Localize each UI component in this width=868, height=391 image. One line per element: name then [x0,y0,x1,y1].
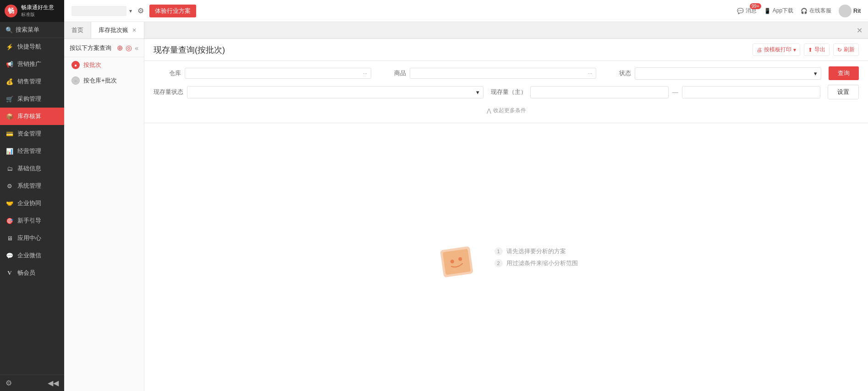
nav-label-system: 系统管理 [17,182,41,190]
query-button[interactable]: 查询 [829,66,859,80]
enterprise-collab-icon: 🤝 [5,199,14,207]
scheme-item-by-batch[interactable]: ● 按批次 [64,57,144,73]
inventory-qty-max[interactable] [682,86,820,98]
tab-close-icon[interactable]: ✕ [132,27,137,33]
message-badge: 99+ [750,3,761,9]
sidebar: 畅 畅康通好生意 标准版 🔍 搜索菜单 ⚡ 快捷导航 📢 营销推广 💰 销售管理… [0,0,64,391]
sidebar-item-enterprise-wechat[interactable]: 💬 企业微信 [0,247,64,264]
sidebar-search-label: 搜索菜单 [16,26,39,34]
topbar-dropdown-icon[interactable]: ▾ [129,8,132,14]
topbar-right: 💬 消息 99+ 📱 App下载 🎧 在线客服 Rit [737,5,861,17]
scheme-item-by-warehouse-batch[interactable]: ○ 按仓库+批次 [64,73,144,88]
topbar-gear-icon[interactable]: ⚙ [137,6,144,15]
empty-svg [435,234,485,285]
tip-text-2: 用过滤条件来缩小分析范围 [506,259,578,267]
app-logo: 畅 [5,5,17,17]
warehouse-input[interactable]: ··· [185,68,371,79]
enterprise-wechat-icon: 💬 [5,251,14,260]
sidebar-item-purchase[interactable]: 🛒 采购管理 [0,90,64,108]
tip-item-1: 1 请先选择要分析的方案 [494,247,578,255]
sidebar-item-basics[interactable]: 🗂 基础信息 [0,160,64,177]
settings-button[interactable]: 设置 [828,85,859,99]
status-label: 状态 [604,69,631,77]
sidebar-item-inventory[interactable]: 📦 库存核算 [0,108,64,125]
print-label: 按模板打印 [764,46,791,54]
filter-area: 仓库 ··· 商品 ··· 状态 [144,61,868,123]
product-more[interactable]: ··· [588,71,592,76]
collapse-panel-icon[interactable]: « [135,44,138,52]
status-field: 状态 ▾ [604,67,821,80]
nav-label-finance: 资金管理 [17,130,41,138]
warehouse-label: 仓库 [154,69,181,77]
nav-label-inventory: 库存核算 [17,112,41,120]
sidebar-item-enterprise-collab[interactable]: 🤝 企业协同 [0,195,64,212]
sidebar-item-finance[interactable]: 💳 资金管理 [0,125,64,142]
sidebar-item-app-center[interactable]: 🖥 应用中心 [0,229,64,247]
print-dropdown-icon[interactable]: ▾ [793,47,796,53]
app-download-button[interactable]: 📱 App下载 [764,7,793,15]
inventory-qty-label: 现存量（主） [491,88,527,96]
empty-illustration [435,234,481,280]
print-button[interactable]: 🖨 按模板打印 ▾ [753,43,800,56]
export-icon: ⬆ [808,47,813,53]
filter-row-1: 仓库 ··· 商品 ··· 状态 [154,66,859,80]
sidebar-search[interactable]: 🔍 搜索菜单 [0,22,64,38]
app-center-icon: 🖥 [5,234,14,242]
scheme-settings-icon[interactable]: ◎ [126,43,132,52]
left-panel-actions: ⊕ ◎ « [117,43,138,52]
topbar-search-input[interactable] [71,6,126,16]
topbar-search-area: ▾ [71,6,132,16]
nav-label-sales: 销售管理 [17,77,41,86]
sidebar-item-sales[interactable]: 💰 销售管理 [0,73,64,90]
sidebar-item-operations[interactable]: 📊 经营管理 [0,142,64,160]
svg-rect-1 [442,249,470,275]
status-select[interactable]: ▾ [635,67,821,80]
settings-icon[interactable]: ⚙ [5,379,12,387]
app-download-label: App下载 [773,7,793,15]
export-button[interactable]: ⬆ 导出 [804,43,830,56]
search-icon: 🔍 [5,27,13,33]
user-menu[interactable]: Rit [839,5,861,17]
message-button[interactable]: 💬 消息 99+ [737,7,757,15]
operations-icon: 📊 [5,147,14,155]
collapse-sidebar-icon[interactable]: ◀◀ [48,379,59,387]
range-separator: — [672,89,678,96]
marketing-icon: 📢 [5,60,14,68]
scheme-label-by-batch: 按批次 [83,61,101,69]
export-label: 导出 [814,46,825,54]
sidebar-item-quick-nav[interactable]: ⚡ 快捷导航 [0,38,64,55]
empty-state: 1 请先选择要分析的方案 2 用过滤条件来缩小分析范围 [144,123,868,391]
sidebar-item-new-guide[interactable]: 🎯 新手引导 [0,212,64,229]
sidebar-item-system[interactable]: ⚙ 系统管理 [0,177,64,195]
tab-inventory-batch[interactable]: 库存批次账 ✕ [91,22,144,38]
system-icon: ⚙ [5,182,14,190]
product-field: 商品 ··· [379,68,596,79]
refresh-button[interactable]: ↻ 刷新 [833,43,859,56]
main-area: ▾ ⚙ 体验行业方案 💬 消息 99+ 📱 App下载 🎧 在线客服 Rit [64,0,868,391]
filter-row-2: 现存量状态 ▾ 现存量（主） — 设置 [154,85,859,99]
online-service-button[interactable]: 🎧 在线客服 [801,7,831,15]
product-label: 商品 [379,69,406,77]
page-header: 现存量查询(按批次) 🖨 按模板打印 ▾ ⬆ 导出 ↻ 刷新 [144,39,868,61]
nav-label-quick-nav: 快捷导航 [17,43,41,51]
vip-icon: V [5,269,14,277]
tab-bar: 首页 库存批次账 ✕ ✕ [64,22,868,39]
sidebar-item-marketing[interactable]: 📢 营销推广 [0,55,64,73]
collapse-filters[interactable]: ⋀ 收起更多条件 [154,104,859,117]
page-content: 按以下方案查询 ⊕ ◎ « ● 按批次 ○ 按仓库+批次 现存量查询(按批次) [64,39,868,391]
warehouse-more[interactable]: ··· [363,71,367,76]
add-scheme-icon[interactable]: ⊕ [117,43,123,52]
nav-label-enterprise-wechat: 企业微信 [17,251,41,260]
tab-close-all-icon[interactable]: ✕ [851,26,868,35]
nav-label-vip: 畅会员 [17,269,35,277]
refresh-label: 刷新 [844,46,855,54]
inventory-status-select[interactable]: ▾ [187,86,483,98]
product-input[interactable]: ··· [410,68,596,79]
left-panel-header: 按以下方案查询 ⊕ ◎ « [64,39,144,57]
app-info: 畅康通好生意 标准版 [21,4,54,18]
tab-home[interactable]: 首页 [64,22,91,38]
sidebar-item-vip[interactable]: V 畅会员 [0,264,64,282]
trial-button[interactable]: 体验行业方案 [149,5,196,17]
inventory-qty-min[interactable] [530,86,669,98]
action-buttons: 设置 [828,85,859,99]
